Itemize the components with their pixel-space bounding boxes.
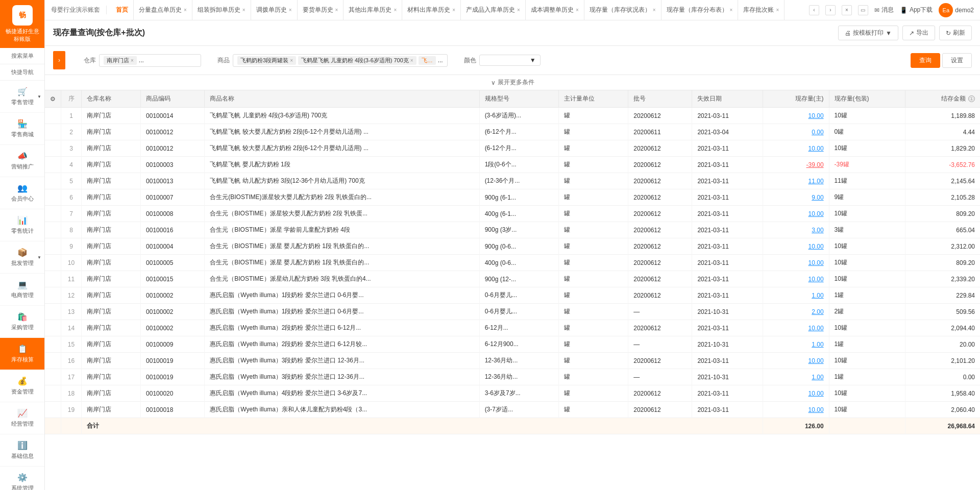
row-num: 19 <box>61 402 82 418</box>
sidebar-item-shop[interactable]: 🏪零售商城 <box>0 113 44 145</box>
sidebar-icon-retail: 🛒 <box>17 87 28 96</box>
sidebar-item-inventory[interactable]: 📋库存核算 <box>0 338 44 370</box>
topbar-tab-material[interactable]: 材料出库单历史× <box>402 0 461 20</box>
sidebar-item-retail[interactable]: 🛒零售管理 <box>0 81 44 113</box>
sidebar-item-finance[interactable]: 💰资金管理 <box>0 370 44 402</box>
row-num: 15 <box>61 336 82 353</box>
logo-icon: 畅 <box>12 5 33 26</box>
settings-icon[interactable]: ⚙ <box>50 95 56 103</box>
sidebar-icon-member: 👥 <box>17 183 28 193</box>
refresh-label: 刷新 <box>953 29 965 37</box>
tab-close-btn[interactable]: × <box>842 5 852 15</box>
row-balance: 809.20 <box>905 255 980 271</box>
table-total-row: 合计 126.00 26,968.64 <box>45 418 980 434</box>
sidebar-icon-operation: 📈 <box>17 408 28 418</box>
topbar-tab-invDist[interactable]: 现存量（库存分布表）× <box>662 0 739 20</box>
user-profile-btn[interactable]: Ea demo2 <box>939 3 974 17</box>
sidebar-item-stats[interactable]: 📊零售统计 <box>0 209 44 241</box>
row-expiry: 2021-03-11 <box>692 320 763 336</box>
balance-info-icon[interactable]: ① <box>968 95 975 102</box>
tab-next-btn[interactable]: › <box>825 5 836 15</box>
tab-close-invDist[interactable]: × <box>730 7 733 13</box>
row-num: 8 <box>61 222 82 238</box>
tab-label-invStatus: 现存量（库存状况表） <box>590 6 651 14</box>
export-btn[interactable]: ↗ 导出 <box>902 26 935 40</box>
tab-close-prodIn[interactable]: × <box>517 7 520 13</box>
sidebar-item-wholesale[interactable]: 📦批发管理 <box>0 241 44 274</box>
sidebar-item-system[interactable]: ⚙️系统管理 <box>0 467 44 490</box>
goods-input[interactable]: 飞鹤奶粉3段两罐装 × 飞鹤星飞帆 儿童奶粉 4段(3-6岁适用) 700克 ×… <box>233 54 448 67</box>
message-btn[interactable]: ✉ 消息 <box>874 6 894 14</box>
row-settings <box>45 320 61 336</box>
topbar-tab-invStatus[interactable]: 现存量（库存状况表）× <box>584 0 662 20</box>
total-stock-pkg <box>829 418 905 434</box>
tab-prev-btn[interactable]: ‹ <box>809 5 819 15</box>
topbar-tab-batchApprove[interactable]: 库存批次账× <box>738 0 785 20</box>
tab-close-combo[interactable]: × <box>242 7 246 13</box>
sidebar-icon-basic: ℹ️ <box>17 440 28 450</box>
row-warehouse: 南岸门店 <box>82 271 141 287</box>
color-input[interactable]: ▼ <box>479 55 541 66</box>
sidebar-item-operation[interactable]: 📈经营管理 <box>0 402 44 434</box>
row-code: 00100014 <box>141 108 205 124</box>
sidebar-item-purchase[interactable]: 🛍️采购管理 <box>0 306 44 338</box>
topbar-tab-order[interactable]: 要货单历史× <box>298 0 344 20</box>
row-code: 00100016 <box>141 222 205 238</box>
sidebar-item-ecom[interactable]: 💻电商管理 <box>0 274 44 306</box>
main-area: 母婴行业演示账套 首页分量盘点单历史×组装拆卸单历史×调拨单历史×要货单历史×其… <box>45 0 980 490</box>
topbar-tab-out[interactable]: 其他出库单历史× <box>344 0 402 20</box>
sidebar-item-basic[interactable]: ℹ️基础信息 <box>0 434 44 467</box>
app-download-btn[interactable]: 📱 App下载 <box>900 6 933 14</box>
topbar-tab-combo[interactable]: 组装拆卸单历史× <box>192 0 251 20</box>
topbar-tab-costAdj[interactable]: 成本调整单历史× <box>526 0 584 20</box>
row-balance: 1,189.88 <box>905 108 980 124</box>
settings-btn[interactable]: 设置 <box>942 53 972 68</box>
query-btn[interactable]: 查询 <box>911 53 940 68</box>
warehouse-input[interactable]: 南岸门店 × ... <box>99 54 201 67</box>
filter-expand-arrow[interactable]: › <box>53 51 65 69</box>
row-batch: 20200612 <box>628 353 692 369</box>
goods-tag-1-remove[interactable]: × <box>290 58 293 63</box>
user-avatar: Ea <box>939 3 953 17</box>
sidebar-nav-label[interactable]: 快捷导航 <box>0 64 44 81</box>
goods-tag-more-text[interactable]: 飞… <box>422 57 433 64</box>
row-unit: 罐 <box>558 140 628 157</box>
row-unit: 罐 <box>558 157 628 173</box>
goods-tag-2-remove[interactable]: × <box>410 58 413 63</box>
row-spec: 900g (12-... <box>479 271 558 287</box>
row-expiry: 2021-10-31 <box>692 336 763 353</box>
row-num: 12 <box>61 287 82 304</box>
topbar-tab-home[interactable]: 首页 <box>111 0 134 20</box>
sidebar-item-marketing[interactable]: 📣营销推广 <box>0 145 44 177</box>
tab-close-mix[interactable]: × <box>289 7 292 13</box>
col-settings[interactable]: ⚙ <box>45 90 61 108</box>
row-stock-main: 10.00 <box>763 320 829 336</box>
sidebar-search-label[interactable]: 搜索菜单 <box>0 48 44 64</box>
tab-close-order[interactable]: × <box>335 7 338 13</box>
row-spec: (12-36个月... <box>479 173 558 189</box>
export-label: 导出 <box>916 29 928 37</box>
tab-close-invStatus[interactable]: × <box>653 7 656 13</box>
tab-close-costAdj[interactable]: × <box>576 7 579 13</box>
tab-menu-btn[interactable]: ▭ <box>858 5 868 15</box>
tab-close-split[interactable]: × <box>184 7 187 13</box>
row-spec: 3-6岁及7岁... <box>479 385 558 402</box>
tab-close-batchApprove[interactable]: × <box>776 7 779 13</box>
row-spec: 1段(0-6个... <box>479 157 558 173</box>
tab-close-out[interactable]: × <box>394 7 397 13</box>
row-unit: 罐 <box>558 304 628 320</box>
topbar-tab-mix[interactable]: 调拨单历史× <box>251 0 298 20</box>
row-spec: (3-6岁适用)... <box>479 108 558 124</box>
tab-close-material[interactable]: × <box>452 7 455 13</box>
expand-conditions-btn[interactable]: ∨ 展开更多条件 <box>491 78 534 87</box>
row-code: 00100003 <box>141 157 205 173</box>
topbar-tab-split[interactable]: 分量盘点单历史× <box>134 0 192 20</box>
sidebar-item-member[interactable]: 👥会员中心 <box>0 177 44 209</box>
row-unit: 罐 <box>558 189 628 206</box>
row-stock-main: -39.00 <box>763 157 829 173</box>
print-btn[interactable]: 🖨 按模板打印 ▼ <box>838 26 898 40</box>
warehouse-tag-remove[interactable]: × <box>131 58 134 63</box>
topbar-tab-prodIn[interactable]: 产成品入库单历史× <box>461 0 526 20</box>
sidebar-logo[interactable]: 畅 畅捷通好生意 标账版 <box>0 0 44 48</box>
refresh-btn[interactable]: ↻ 刷新 <box>939 26 972 40</box>
